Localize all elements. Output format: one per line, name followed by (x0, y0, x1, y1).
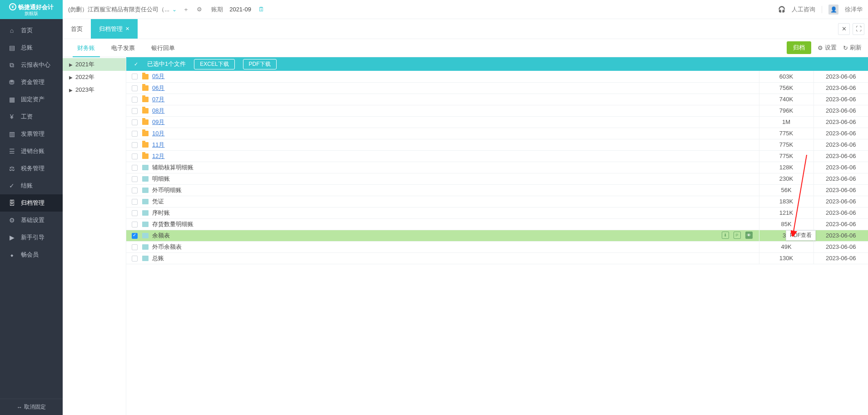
table-row[interactable]: 辅助核算明细账128K2023-06-06 (126, 162, 868, 173)
sidebar-item-13[interactable]: ⬥畅会员 (0, 246, 63, 263)
file-date: 2023-06-06 (813, 71, 868, 82)
sidebar-item-7[interactable]: ☰进销台账 (0, 143, 63, 160)
table-row[interactable]: 11月775K2023-06-06 (126, 139, 868, 150)
row-checkbox[interactable] (132, 97, 138, 103)
row-checkbox[interactable] (132, 222, 138, 227)
sidebar-unpin[interactable]: ↔ 取消固定 (0, 399, 63, 415)
table-row[interactable]: 总账130K2023-06-06 (126, 252, 868, 264)
close-icon[interactable]: ✕ (125, 26, 129, 32)
file-name[interactable]: 06月 (152, 84, 164, 91)
file-size: 128K (759, 162, 813, 173)
sidebar-item-label: 发票管理 (21, 130, 45, 138)
row-checkbox[interactable] (132, 119, 138, 125)
tab-home-label: 首页 (71, 25, 83, 33)
row-checkbox[interactable] (132, 74, 138, 79)
subtab-finance-label: 财务账 (77, 44, 95, 51)
nav-icon: ☰ (8, 148, 15, 155)
table-row[interactable]: 08月796K2023-06-06 (126, 105, 868, 116)
consult-link[interactable]: 人工咨询 (792, 5, 815, 14)
pdf-view-icon[interactable]: 👁 (745, 232, 753, 239)
row-checkbox[interactable] (132, 108, 138, 114)
subtab-einvoice[interactable]: 电子发票 (103, 40, 143, 57)
pdf-icon[interactable]: P (734, 232, 741, 239)
calendar-icon[interactable]: 🗓 (258, 6, 264, 13)
table-row[interactable]: 序时账121K2023-06-06 (126, 207, 868, 218)
avatar-icon[interactable]: 👤 (828, 5, 838, 15)
row-checkbox[interactable] (132, 131, 138, 137)
sidebar-item-11[interactable]: ⚙基础设置 (0, 212, 63, 229)
add-icon[interactable]: ＋ (181, 5, 190, 14)
username[interactable]: 徐泽华 (845, 5, 863, 14)
subtab-finance[interactable]: 财务账 (69, 40, 103, 57)
download-excel-button[interactable]: EXCEL下载 (194, 59, 234, 69)
file-date: 2023-06-06 (813, 139, 868, 150)
sidebar-item-label: 结账 (21, 182, 33, 190)
table-row[interactable]: 凭证183K2023-06-06 (126, 196, 868, 207)
sidebar-item-8[interactable]: ⚖税务管理 (0, 160, 63, 177)
gear-icon[interactable]: ⚙ (195, 6, 204, 13)
download-icon[interactable]: ⬇ (722, 232, 729, 239)
tab-archive[interactable]: 归档管理 ✕ (91, 19, 138, 39)
company-selector[interactable]: (勿删）江西服宝精品有限责任公司（... ⌄ (68, 5, 177, 14)
table-row[interactable]: 06月756K2023-06-06 (126, 82, 868, 94)
file-size: 183K (759, 196, 813, 207)
table-row[interactable]: 12月775K2023-06-06 (126, 150, 868, 162)
row-checkbox[interactable] (132, 199, 138, 205)
table-row[interactable]: 07月740K2023-06-06 (126, 94, 868, 105)
tab-close-button[interactable]: ✕ (838, 23, 850, 35)
archive-button[interactable]: 归档 (787, 41, 811, 54)
file-name[interactable]: 07月 (152, 96, 164, 103)
sidebar-item-1[interactable]: ▤总账 (0, 39, 63, 56)
table-row[interactable]: 09月1M2023-06-06 (126, 116, 868, 128)
table-row[interactable]: 存货数量明细账85K2023-06-06 (126, 218, 868, 230)
settings-link-label: 设置 (825, 44, 837, 52)
table-row[interactable]: 10月775K2023-06-06 (126, 128, 868, 139)
sidebar-item-3[interactable]: ⛃资金管理 (0, 74, 63, 91)
sidebar-item-0[interactable]: ⌂首页 (0, 22, 63, 39)
row-checkbox[interactable] (132, 233, 138, 239)
sidebar-item-10[interactable]: 🗄归档管理 (0, 194, 63, 212)
file-name[interactable]: 05月 (152, 73, 164, 79)
file-name[interactable]: 11月 (152, 141, 164, 148)
year-tree: ▶2021年▶2022年▶2023年 (63, 57, 126, 415)
file-name[interactable]: 08月 (152, 107, 164, 114)
fullscreen-icon[interactable]: ⛶ (853, 23, 864, 35)
tab-home[interactable]: 首页 (63, 19, 91, 39)
row-checkbox[interactable] (132, 244, 138, 250)
sidebar-item-12[interactable]: ▶新手引导 (0, 229, 63, 246)
table-row[interactable]: 余额表⬇P👁3K2023-06-06 (126, 230, 868, 241)
row-checkbox[interactable] (132, 142, 138, 148)
refresh-link[interactable]: ↻刷新 (843, 44, 862, 52)
table-row[interactable]: 明细账230K2023-06-06 (126, 173, 868, 184)
sidebar-item-6[interactable]: ▥发票管理 (0, 125, 63, 143)
download-pdf-button[interactable]: PDF下载 (243, 59, 277, 69)
file-size: 85K (759, 218, 813, 230)
table-row[interactable]: 05月603K2023-06-06 (126, 71, 868, 82)
sidebar-item-4[interactable]: ▦固定资产 (0, 91, 63, 108)
table-row[interactable]: 外币余额表49K2023-06-06 (126, 241, 868, 252)
tooltip-text: PDF查看 (790, 232, 812, 238)
file-name[interactable]: 09月 (152, 119, 164, 125)
table-row[interactable]: 外币明细账56K2023-06-06 (126, 184, 868, 196)
row-checkbox[interactable] (132, 153, 138, 159)
row-checkbox[interactable] (132, 210, 138, 216)
settings-link[interactable]: ⚙设置 (818, 44, 837, 52)
tree-year[interactable]: ▶2023年 (63, 84, 126, 96)
row-checkbox[interactable] (132, 165, 138, 171)
page-tabs: 首页 归档管理 ✕ ✕ ⛶ (63, 19, 868, 39)
sidebar-item-9[interactable]: ✓结账 (0, 177, 63, 194)
tree-year[interactable]: ▶2021年 (63, 58, 126, 71)
row-checkbox[interactable] (132, 256, 138, 262)
sidebar-item-2[interactable]: ⧉云报表中心 (0, 56, 63, 74)
file-name[interactable]: 10月 (152, 130, 164, 137)
subtab-bank[interactable]: 银行回单 (143, 40, 183, 57)
folder-icon (142, 97, 149, 102)
sidebar-item-5[interactable]: ¥工资 (0, 108, 63, 125)
tree-year[interactable]: ▶2022年 (63, 71, 126, 84)
file-icon (142, 210, 149, 216)
row-checkbox[interactable] (132, 188, 138, 193)
row-checkbox[interactable] (132, 85, 138, 91)
row-checkbox[interactable] (132, 176, 138, 182)
brand[interactable]: ¥ 畅捷通好会计 旗舰版 (0, 0, 63, 19)
file-name[interactable]: 12月 (152, 153, 164, 159)
